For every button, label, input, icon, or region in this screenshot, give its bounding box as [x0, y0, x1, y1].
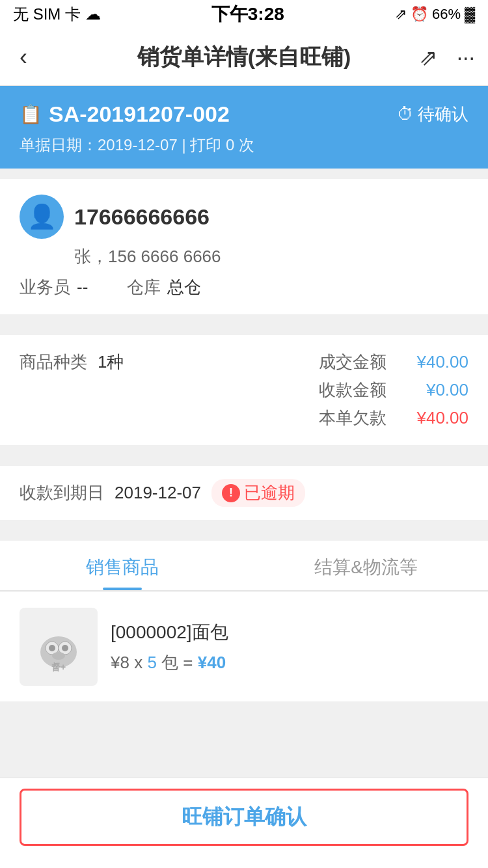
- status-time: 下午3:28: [211, 2, 284, 27]
- status-left: 无 SIM 卡 ☁: [13, 4, 101, 25]
- summary-section: 商品种类 1种 成交金额 ¥40.00 收款金额 ¥0.00 本单欠款 ¥40.…: [0, 335, 488, 445]
- order-header: 📋 SA-20191207-002 ⏱ 待确认 单据日期：2019-12-07 …: [0, 86, 488, 169]
- status-bar: 无 SIM 卡 ☁ 下午3:28 ⇗ ⏰ 66% ▓: [0, 0, 488, 29]
- customer-name: 张，156 6666 6666: [74, 245, 468, 268]
- location-icon: ⇗: [395, 6, 407, 23]
- product-price-line: ¥8 x 5 包 = ¥40: [111, 651, 468, 674]
- alarm-icon: ⏰: [411, 6, 428, 23]
- sim-text: 无 SIM 卡 ☁: [13, 4, 101, 25]
- avatar: 👤: [20, 195, 64, 239]
- order-id: 📋 SA-20191207-002: [20, 102, 230, 127]
- due-section: 收款到期日 2019-12-07 ! 已逾期: [0, 466, 488, 520]
- avatar-icon: 👤: [27, 203, 57, 230]
- overdue-text: 已逾期: [244, 481, 295, 504]
- price-unit: ¥8: [111, 653, 129, 672]
- status-right: ⇗ ⏰ 66% ▓: [395, 6, 475, 23]
- price-total-value: ¥40: [198, 653, 226, 672]
- customer-meta: 业务员 -- 仓库 总仓: [20, 276, 468, 299]
- product-type-label: 商品种类: [20, 351, 87, 373]
- received-amount-row: 收款金额 ¥0.00: [319, 379, 468, 401]
- divider-2: [0, 325, 488, 335]
- product-thumbnail: 督+: [20, 608, 98, 686]
- deal-amount-label: 成交金额: [319, 351, 386, 373]
- sales-label: 业务员: [20, 276, 70, 299]
- divider-1: [0, 169, 488, 179]
- bottom-bar: 旺铺订单确认: [0, 778, 488, 868]
- tabs-container: 销售商品 结算&物流等: [0, 541, 488, 591]
- product-name: [0000002]面包: [111, 620, 468, 645]
- sales-item: 业务员 --: [20, 276, 88, 299]
- svg-point-4: [62, 645, 68, 651]
- back-icon: ‹: [20, 44, 27, 70]
- warehouse-item: 仓库 总仓: [127, 276, 201, 299]
- overdue-icon: !: [222, 484, 240, 502]
- back-button[interactable]: ‹: [13, 44, 34, 71]
- overdue-badge: ! 已逾期: [211, 479, 305, 507]
- received-amount-label: 收款金额: [319, 379, 386, 401]
- sales-value: --: [77, 277, 88, 297]
- share-icon[interactable]: ⇗: [419, 44, 437, 70]
- warehouse-value: 总仓: [167, 276, 201, 299]
- deal-amount-value: ¥40.00: [397, 352, 468, 372]
- product-section: 督+ [0000002]面包 ¥8 x 5 包 = ¥40: [0, 592, 488, 701]
- received-amount-value: ¥0.00: [397, 380, 468, 400]
- order-date: 单据日期：2019-12-07 | 打印 0 次: [20, 135, 468, 156]
- svg-text:督+: 督+: [51, 662, 66, 672]
- page-title: 销货单详情(来自旺铺): [137, 42, 351, 72]
- divider-4: [0, 530, 488, 541]
- price-qty-value: 5: [147, 653, 156, 672]
- svg-point-3: [49, 645, 55, 651]
- order-icon: 📋: [20, 103, 42, 125]
- battery-icon: ▓: [465, 6, 475, 23]
- clock-icon: ⏱: [397, 104, 414, 124]
- battery-text: 66%: [432, 6, 461, 23]
- warehouse-label: 仓库: [127, 276, 161, 299]
- price-equals: =: [183, 653, 197, 672]
- tab-sales-products[interactable]: 销售商品: [0, 541, 244, 590]
- price-unit-label: 包: [161, 653, 178, 672]
- nav-bar: ‹ 销货单详情(来自旺铺) ⇗ ···: [0, 29, 488, 86]
- product-item: 督+ [0000002]面包 ¥8 x 5 包 = ¥40: [0, 592, 488, 701]
- confirm-button[interactable]: 旺铺订单确认: [20, 789, 468, 846]
- nav-actions: ⇗ ···: [419, 44, 475, 70]
- due-date-value: 2019-12-07: [115, 483, 201, 503]
- owed-amount-label: 本单欠款: [319, 407, 386, 429]
- product-type-value: 1种: [98, 351, 124, 373]
- customer-section: 👤 17666666666 张，156 6666 6666 业务员 -- 仓库 …: [0, 179, 488, 314]
- divider-3: [0, 455, 488, 466]
- product-thumb-owl: 督+: [33, 621, 85, 673]
- product-type-item: 商品种类 1种: [20, 351, 244, 373]
- product-info: [0000002]面包 ¥8 x 5 包 = ¥40: [111, 620, 468, 674]
- summary-left: 商品种类 1种: [20, 351, 244, 373]
- summary-right: 成交金额 ¥40.00 收款金额 ¥0.00 本单欠款 ¥40.00: [244, 351, 468, 429]
- deal-amount-row: 成交金额 ¥40.00: [319, 351, 468, 373]
- svg-point-5: [52, 652, 65, 660]
- customer-phone: 17666666666: [74, 204, 210, 230]
- owed-amount-value: ¥40.00: [397, 408, 468, 428]
- tab-settlement[interactable]: 结算&物流等: [244, 541, 488, 590]
- owl-logo: 督+: [33, 621, 85, 673]
- due-label: 收款到期日: [20, 481, 104, 504]
- price-multiply: x: [134, 653, 147, 672]
- more-icon[interactable]: ···: [457, 44, 475, 70]
- owed-amount-row: 本单欠款 ¥40.00: [319, 407, 468, 429]
- order-status: ⏱ 待确认: [397, 103, 468, 126]
